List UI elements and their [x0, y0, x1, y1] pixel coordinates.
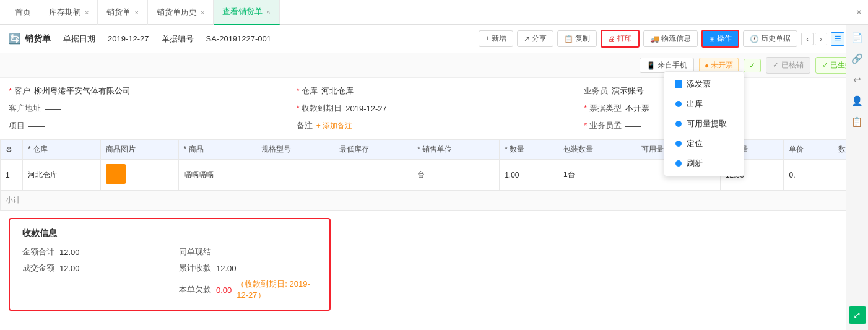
col-warehouse: * 仓库	[23, 140, 101, 160]
tab-home[interactable]: 首页	[6, 0, 40, 25]
row-unit-price: 0.	[784, 160, 833, 191]
sidebar-list-icon[interactable]: 📋	[851, 115, 864, 129]
tab-view-sale[interactable]: 查看销货单 ×	[214, 0, 279, 25]
row-sales-unit: 台	[412, 160, 499, 191]
row-min-stock	[334, 160, 412, 191]
ticket-value: 不开票	[625, 103, 649, 114]
col-min-stock: 最低库存	[334, 140, 412, 160]
col-quantity: * 数量	[500, 140, 558, 160]
date-label: 单据日期	[63, 33, 95, 45]
payment-right: 同单现结 —— 累计收款 12.00 本单欠款 0.00 （收款到期日: 201…	[179, 246, 317, 301]
tab-view-sale-close[interactable]: ×	[266, 8, 270, 15]
tab-sale-history-close[interactable]: ×	[201, 9, 204, 16]
grid-icon: ⊞	[709, 35, 715, 43]
window-close-button[interactable]: ×	[856, 7, 862, 18]
salesperson-value: ——	[625, 121, 641, 131]
truck-icon: 🚚	[650, 35, 659, 43]
payment-grid: 金额合计 12.00 成交金额 12.00 同单现结 —— 累计收款 12.00	[22, 246, 317, 301]
print-button[interactable]: 🖨 打印	[601, 30, 640, 48]
doc-meta: 单据日期 2019-12-27 单据编号 SA-20191227-001	[63, 33, 479, 45]
tab-sale-order[interactable]: 销货单 ×	[98, 0, 147, 25]
available-qty-item[interactable]: 可用量提取	[664, 114, 744, 134]
history-icon: 🕐	[750, 35, 759, 43]
share-button[interactable]: ↗ 分享	[517, 30, 553, 47]
employee-label: 业务员	[584, 85, 608, 97]
balance-note: （收款到期日: 2019-12-27）	[237, 279, 317, 301]
print-icon: 🖨	[608, 35, 615, 43]
row-spec	[256, 160, 334, 191]
date-value: 2019-12-27	[108, 34, 149, 43]
tab-inventory[interactable]: 库存期初 ×	[40, 0, 98, 25]
payment-left: 金额合计 12.00 成交金额 12.00	[22, 246, 160, 301]
note-label: 备注	[297, 120, 313, 131]
sidebar-user-icon[interactable]: 👤	[851, 94, 864, 108]
same-order-row: 同单现结 ——	[179, 246, 317, 258]
nav-arrows: ‹ ›	[801, 33, 827, 45]
operations-button[interactable]: ⊞ 操作	[701, 30, 739, 48]
balance-value: 0.00	[216, 285, 232, 295]
row-image	[100, 160, 178, 191]
tab-sale-history[interactable]: 销货单历史 ×	[148, 0, 214, 25]
next-arrow[interactable]: ›	[815, 33, 827, 45]
sidebar-doc-icon[interactable]: 📄	[851, 31, 864, 45]
col-spec: 规格型号	[256, 140, 334, 160]
project-row: 项目 ——	[9, 120, 284, 131]
col-sales-unit: * 销售单位	[412, 140, 499, 160]
col-image: 商品图片	[100, 140, 178, 160]
new-button[interactable]: + 新增	[479, 30, 513, 47]
subtotal-label: 小计	[1, 191, 868, 211]
expand-icon[interactable]: ⤢	[849, 306, 866, 324]
row-product: 嗝嗝嗝嗝	[178, 160, 256, 191]
warehouse-value: 河北仓库	[321, 85, 354, 97]
copy-button[interactable]: 📋 复制	[557, 30, 597, 47]
cumulative-value: 12.00	[216, 264, 237, 273]
history-button[interactable]: 🕐 历史单据	[743, 30, 797, 47]
doc-icon: 🔄	[9, 33, 21, 45]
tab-bar: 首页 库存期初 × 销货单 × 销货单历史 × 查看销货单 × ×	[0, 0, 868, 25]
add-note-button[interactable]: + 添加备注	[316, 121, 352, 131]
row-index: 1	[1, 160, 23, 191]
row-package-qty: 1台	[558, 160, 636, 191]
sidebar-return-icon[interactable]: ↩	[851, 73, 864, 87]
copy-icon: 📋	[564, 35, 573, 43]
confirm-badge: ✓	[744, 59, 761, 72]
col-gear: ⚙	[1, 140, 23, 160]
right-sidebar: 📄 🔗 ↩ 👤 📋 ⤢	[846, 25, 868, 330]
col-product: * 商品	[178, 140, 256, 160]
locate-item[interactable]: 定位	[664, 134, 744, 154]
dropdown-overlay: 添发票 出库 可用量提取 定位 刷新	[664, 71, 744, 176]
sidebar-link-icon[interactable]: 🔗	[851, 52, 864, 66]
transaction-label: 成交金额	[22, 263, 54, 274]
phone-icon: 📱	[646, 61, 656, 70]
logistics-button[interactable]: 🚚 物流信息	[643, 30, 698, 47]
customer-value: 柳州粤港平安气体有限公司	[34, 85, 131, 97]
total-label: 金额合计	[22, 246, 54, 258]
project-label: 项目	[9, 120, 25, 131]
row-quantity: 1.00	[500, 160, 558, 191]
cancelled-button[interactable]: ✓ 已核销	[766, 57, 810, 74]
note-row: 备注 + 添加备注	[297, 120, 572, 131]
due-date-row: 收款到期日 2019-12-27	[297, 103, 572, 114]
available-qty-icon	[674, 119, 683, 128]
employee-value: 演示账号	[612, 85, 644, 97]
warehouse-label: 仓库	[297, 85, 318, 97]
project-value: ——	[28, 121, 45, 131]
add-invoice-icon	[674, 80, 683, 89]
add-invoice-item[interactable]: 添发票	[664, 74, 744, 94]
doc-title: 销货单	[25, 33, 51, 45]
address-label: 客户地址	[9, 103, 41, 114]
tab-inventory-close[interactable]: ×	[85, 9, 89, 16]
number-label: 单据编号	[162, 33, 194, 45]
prev-arrow[interactable]: ‹	[801, 33, 814, 45]
col-package-qty: 包装数量	[558, 140, 636, 160]
tab-sale-order-close[interactable]: ×	[134, 9, 138, 16]
customer-label: 客户	[9, 85, 30, 97]
balance-label: 本单欠款	[179, 284, 211, 295]
locate-icon	[674, 139, 683, 148]
balance-row: 本单欠款 0.00 （收款到期日: 2019-12-27）	[179, 279, 317, 301]
col-unit-price: 单价	[784, 140, 833, 160]
refresh-item[interactable]: 刷新	[664, 154, 744, 173]
out-warehouse-item[interactable]: 出库	[664, 94, 744, 114]
list-view-btn[interactable]: ☰	[831, 32, 844, 46]
total-value: 12.00	[59, 248, 80, 257]
